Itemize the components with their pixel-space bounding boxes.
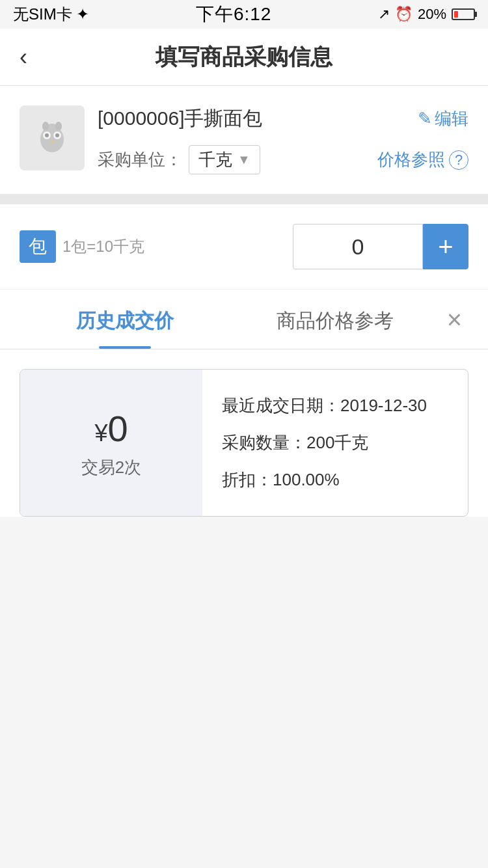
- recent-date-row: 最近成交日期：2019-12-30: [222, 393, 448, 418]
- status-time: 下午6:12: [196, 2, 272, 27]
- status-right: ↗ ⏰ 20%: [378, 6, 475, 23]
- main-content-area: [0, 536, 488, 868]
- battery-percent: 20%: [418, 6, 446, 23]
- edit-icon: ✎: [418, 109, 432, 129]
- alarm-icon: ⏰: [395, 6, 413, 23]
- price-amount: ¥0: [94, 407, 128, 450]
- quantity-plus-button[interactable]: +: [423, 224, 468, 269]
- price-reference-button[interactable]: 价格参照 ?: [377, 148, 468, 171]
- svg-point-8: [55, 122, 62, 131]
- dropdown-icon: ▼: [237, 152, 251, 167]
- price-ref-label: 价格参照: [377, 148, 445, 171]
- recent-date-value: 2019-12-30: [340, 396, 427, 415]
- price-details: 最近成交日期：2019-12-30 采购数量：200千克 折扣：100.00%: [202, 370, 468, 516]
- unit-box: 包: [20, 230, 56, 263]
- svg-point-7: [42, 122, 49, 131]
- discount-row: 折扣：100.00%: [222, 467, 448, 493]
- tab-header: 历史成交价 商品价格参考 ×: [0, 290, 488, 349]
- edit-button[interactable]: ✎ 编辑: [418, 107, 468, 130]
- quantity-control: +: [293, 224, 468, 269]
- back-button[interactable]: ‹: [20, 44, 27, 71]
- battery-icon: [452, 8, 475, 20]
- conversion-text: 1包=10千克: [62, 236, 144, 257]
- recent-date-label: 最近成交日期：: [222, 396, 340, 415]
- product-name: [0000006]手撕面包: [98, 105, 262, 132]
- section-divider: [0, 194, 488, 204]
- unit-conversion: 包 1包=10千克: [20, 230, 144, 263]
- tab-history-price[interactable]: 历史成交价: [20, 290, 230, 349]
- tab-close-button[interactable]: ×: [441, 293, 468, 346]
- product-image: [20, 105, 85, 170]
- tab-product-price-ref[interactable]: 商品价格参考: [230, 290, 440, 349]
- currency-symbol: ¥: [94, 420, 107, 446]
- trade-count: 交易2次: [81, 456, 141, 479]
- purchase-qty-value: 200千克: [306, 433, 368, 452]
- help-icon: ?: [449, 150, 468, 170]
- quantity-input[interactable]: [293, 224, 423, 269]
- product-card: [0000006]手撕面包 ✎ 编辑 采购单位： 千克 ▼ 价格参照 ?: [0, 86, 488, 194]
- price-card: ¥0 交易2次 最近成交日期：2019-12-30 采购数量：200千克 折扣：…: [20, 369, 468, 517]
- header: ‹ 填写商品采购信息: [0, 29, 488, 86]
- carrier-text: 无SIM卡 ✦: [13, 4, 89, 25]
- unit-value: 千克: [198, 148, 232, 171]
- price-summary: ¥0 交易2次: [20, 370, 202, 516]
- svg-point-3: [45, 133, 49, 137]
- location-icon: ↗: [378, 6, 390, 23]
- status-bar: 无SIM卡 ✦ 下午6:12 ↗ ⏰ 20%: [0, 0, 488, 29]
- purchase-qty-row: 采购数量：200千克: [222, 430, 448, 455]
- discount-label: 折扣：: [222, 470, 273, 489]
- discount-value: 100.00%: [273, 470, 340, 489]
- svg-point-4: [55, 133, 59, 137]
- product-info: [0000006]手撕面包 ✎ 编辑 采购单位： 千克 ▼ 价格参照 ?: [98, 105, 468, 174]
- tab-section: 历史成交价 商品价格参考 × ¥0 交易2次 最近成交日期：2019-12-30…: [0, 290, 488, 517]
- quantity-row: 包 1包=10千克 +: [0, 204, 488, 290]
- unit-label: 采购单位：: [98, 148, 182, 171]
- purchase-qty-label: 采购数量：: [222, 433, 306, 452]
- unit-select[interactable]: 千克 ▼: [189, 145, 260, 174]
- status-left: 无SIM卡 ✦: [13, 4, 89, 25]
- page-title: 填写商品采购信息: [156, 42, 332, 72]
